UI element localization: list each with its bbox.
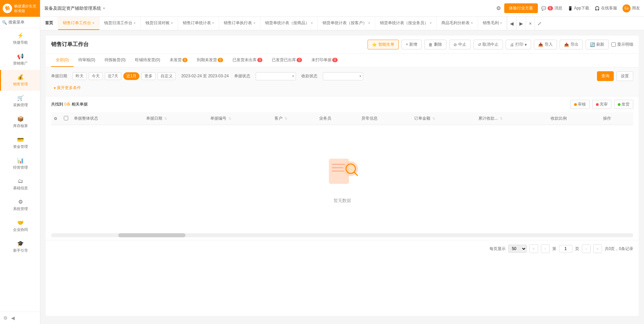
tab-close-margin[interactable]: × [471, 21, 473, 25]
sidebar-item-quick-nav[interactable]: ⚡ 快捷导航 [0, 28, 40, 49]
page-header: 销售订单工作台 ⭐ 智能生单 + 新增 🗑 删除 ⊘ 中止 [46, 36, 639, 54]
date-btn-custom[interactable]: 自定义 [158, 72, 176, 80]
solution-btn[interactable]: 体验行业方案 [504, 3, 538, 13]
ai-generate-btn[interactable]: ⭐ 智能生单 [368, 40, 399, 49]
select-all-checkbox[interactable] [64, 116, 68, 120]
stop-btn[interactable]: ⊘ 中止 [449, 40, 471, 49]
import-btn[interactable]: 📥 导入 [534, 40, 557, 49]
app-download-btn[interactable]: 📱 App下载 [568, 5, 589, 11]
th-customer[interactable]: 客户 ⇅ [272, 112, 316, 125]
date-range-display: 2023-02-24 至 2023-03-24 [181, 73, 228, 79]
sidebar-item-inventory[interactable]: 📦 库存核算 [0, 112, 40, 132]
date-btn-1month[interactable]: 近1月 [123, 72, 140, 80]
orders-table: ⚙ 单据整体状态 单据日期 ⇅ 单据编号 ⇅ [51, 112, 633, 231]
scrollbar-thumb[interactable] [118, 233, 185, 237]
query-btn[interactable]: 查询 [597, 71, 614, 81]
tab-sales-summary-customer[interactable]: 销货单统计表（按客户） × [318, 17, 375, 30]
subtab-not-shipped[interactable]: 未发货0 [165, 54, 192, 67]
sidebar-collapse-btn[interactable]: ◀ [11, 315, 15, 321]
tab-close-cash-daily[interactable]: × [134, 21, 136, 25]
sidebar-item-basic[interactable]: 🗂 基础信息 [0, 174, 40, 195]
delete-btn[interactable]: 🗑 删除 [424, 40, 446, 49]
topbar-dropdown-icon[interactable]: ▾ [103, 6, 105, 10]
tab-close-profit[interactable]: × [500, 21, 502, 25]
tab-close-all-btn[interactable]: × [526, 17, 534, 30]
show-detail-input[interactable] [611, 42, 616, 47]
tab-close-summary-staff[interactable]: × [430, 21, 432, 25]
subtab-overdue-not-shipped[interactable]: 到期未发货0 [192, 54, 228, 67]
tab-maximize-btn[interactable]: ⤢ [534, 17, 544, 30]
date-btn-more[interactable]: 更多 [141, 72, 156, 80]
tab-close-summary-customer[interactable]: × [368, 21, 370, 25]
refresh-btn[interactable]: 🔄 刷新 [586, 40, 609, 49]
date-btn-yesterday[interactable]: 昨天 [73, 72, 87, 80]
tab-sales-exec[interactable]: 销售订单执行表 × [219, 17, 260, 30]
tab-cash-daily[interactable]: 钱货日清工作台 × [99, 17, 141, 30]
date-btn-today[interactable]: 今天 [89, 72, 103, 80]
sidebar-item-system[interactable]: ⚙ 系统管理 [0, 195, 40, 215]
sidebar-item-guide[interactable]: 🎓 新手引导 [0, 236, 40, 257]
tab-close-sales-stat[interactable]: × [212, 21, 214, 25]
subtab-shipped-not-out[interactable]: 已发货未出库0 [228, 54, 267, 67]
user-menu-btn[interactable]: Ea 用友 [622, 4, 640, 12]
th-collected[interactable]: 累计收款... ⇅ [476, 112, 548, 125]
print-btn[interactable]: 🖨 打印 ▾ [506, 40, 531, 49]
tab-sales-profit[interactable]: 销售毛利 × [478, 17, 507, 30]
prev-page-btn[interactable]: ‹ [541, 244, 550, 253]
sidebar-item-enterprise[interactable]: 🤝 企业协同 [0, 215, 40, 236]
last-page-btn[interactable]: » [593, 244, 602, 253]
th-amount[interactable]: 订单金额 ⇅ [412, 112, 476, 125]
sidebar-item-marketing[interactable]: 📢 营销推广 [0, 49, 40, 70]
status-select[interactable] [256, 72, 296, 80]
subtab-wangpu-ship[interactable]: 旺铺待发货(0) [130, 54, 165, 67]
date-btn-7days[interactable]: 近7天 [105, 72, 121, 80]
tab-home[interactable]: 首页 [40, 17, 58, 30]
sidebar-settings-btn[interactable]: ⚙ [3, 315, 8, 321]
settings-filter-btn[interactable]: 设置 [616, 71, 633, 81]
tab-sales-workbench[interactable]: 销售订单工作台 × [58, 17, 99, 30]
subtab-pending-review[interactable]: 待审核(0) [74, 54, 100, 67]
batch-ship-btn[interactable]: 发货 [614, 100, 633, 109]
tabbar: 首页 销售订单工作台 × 钱货日清工作台 × 钱货日清对账 × 销售订单统计表 … [40, 17, 644, 30]
batch-unrev-btn[interactable]: 充审 [592, 100, 611, 109]
expand-filter-btn[interactable]: ▾ 展开更多条件 [51, 84, 84, 92]
sidebar-search[interactable]: 🔍 搜索菜单 [0, 17, 40, 28]
th-settings[interactable]: ⚙ [51, 112, 61, 125]
topbar-settings-icon[interactable]: ⚙ [496, 5, 501, 11]
online-service-btn[interactable]: 🎧 在线客服 [595, 5, 617, 11]
cancel-stop-btn[interactable]: ↺ 取消中止 [473, 40, 503, 49]
tab-close-sales-workbench[interactable]: × [92, 21, 94, 25]
show-detail-checkbox[interactable]: 显示明细 [611, 42, 633, 47]
th-number[interactable]: 单据编号 ⇅ [208, 112, 272, 125]
tab-close-sales-exec[interactable]: × [253, 21, 255, 25]
subtab-pending-inspect[interactable]: 待拣验货(0) [100, 54, 130, 67]
batch-review-btn[interactable]: 审核 [570, 100, 590, 109]
tab-next-btn[interactable]: ▶ [516, 17, 526, 30]
first-page-btn[interactable]: « [529, 244, 538, 253]
sidebar-item-sales[interactable]: 💰 销售管理 [0, 70, 40, 91]
sidebar-item-finance[interactable]: 💳 资金管理 [0, 132, 40, 153]
tab-sales-summary-product[interactable]: 销货单统计表（按商品） × [260, 17, 318, 30]
tab-prev-btn[interactable]: ◀ [507, 17, 516, 30]
horizontal-scrollbar[interactable] [51, 233, 633, 237]
next-page-btn[interactable]: › [582, 244, 591, 253]
subtab-shipped-out[interactable]: 已发货已出库0 [267, 54, 307, 67]
page-suffix: 页 [575, 246, 579, 252]
tab-sales-stat[interactable]: 销售订单统计表 × [178, 17, 219, 30]
subtab-not-printed[interactable]: 未打印单据0 [307, 54, 342, 67]
th-date[interactable]: 单据日期 ⇅ [143, 112, 208, 125]
add-btn[interactable]: + 新增 [401, 40, 422, 49]
message-btn[interactable]: 💬 6 消息 [541, 5, 562, 11]
tab-cash-reconcile[interactable]: 钱货日清对账 × [141, 17, 178, 30]
tab-close-summary-product[interactable]: × [311, 21, 313, 25]
page-input[interactable] [559, 245, 572, 252]
payment-select[interactable] [323, 72, 363, 80]
export-btn[interactable]: 📤 导出 [560, 40, 583, 49]
per-page-select[interactable]: 50 100 [508, 245, 527, 253]
tab-sales-summary-staff[interactable]: 销货单统计表（按业务员） × [375, 17, 437, 30]
tab-close-cash-reconcile[interactable]: × [171, 21, 173, 25]
sidebar-item-purchase[interactable]: 🛒 采购管理 [0, 91, 40, 112]
sidebar-item-operation[interactable]: 📊 经营管理 [0, 153, 40, 174]
tab-margin-analysis[interactable]: 商品毛利分析表 × [437, 17, 478, 30]
subtab-all[interactable]: 全部(0) [51, 54, 74, 67]
